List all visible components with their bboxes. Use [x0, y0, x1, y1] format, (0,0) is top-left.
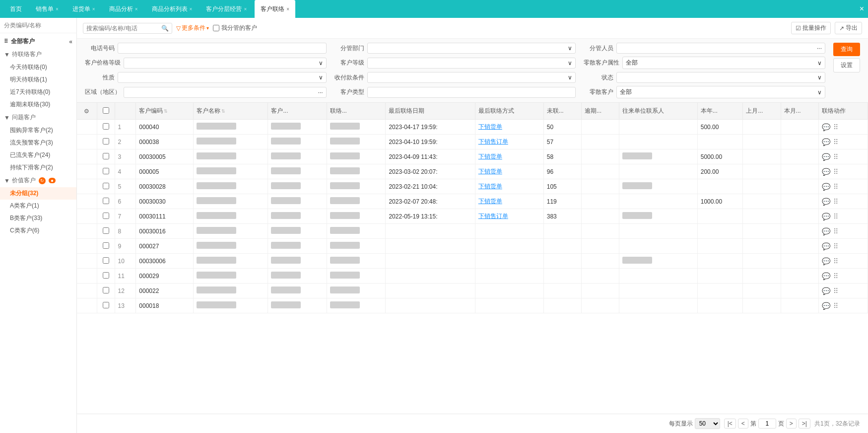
row-checkbox[interactable] — [97, 164, 115, 179]
filter-customer-grade-select[interactable]: ∨ — [367, 58, 576, 69]
row-last-method[interactable]: 下销货单 — [475, 164, 543, 179]
tab-sales[interactable]: 销售单 × — [30, 0, 65, 18]
last-page-btn[interactable]: >| — [799, 419, 810, 429]
col-customer-name-header[interactable]: 客户名称 ⇅ — [193, 103, 268, 120]
tab-customer-contact[interactable]: 客户联络 × — [255, 0, 295, 18]
filter-customer-type-input[interactable] — [367, 87, 576, 98]
message-icon[interactable]: 💬 — [822, 227, 830, 235]
next-page-btn[interactable]: > — [786, 419, 797, 429]
row-checkbox[interactable] — [97, 120, 115, 135]
filter-price-grade-select[interactable]: ∨ — [124, 58, 327, 69]
sidebar-all-customers[interactable]: ⠿ 全部客户 « — [0, 33, 76, 48]
row-checkbox[interactable] — [97, 284, 115, 298]
col-customer-code-header[interactable]: 客户编码 ⇅ — [136, 103, 193, 120]
row-checkbox[interactable] — [97, 179, 115, 194]
tab-product-list[interactable]: 商品分析列表 × — [146, 0, 199, 18]
row-check-input[interactable] — [103, 227, 109, 234]
col-no-contact-header[interactable]: 未联... — [543, 103, 581, 120]
filter-nature-select[interactable]: ∨ — [118, 72, 327, 83]
grid-icon[interactable]: ⠿ — [833, 183, 838, 191]
row-last-method[interactable]: 下销售订单 — [475, 209, 543, 224]
sidebar-item-week-pending[interactable]: 近7天待联络(0) — [0, 86, 76, 98]
close-purchase-tab[interactable]: × — [92, 6, 95, 12]
sidebar-group-problem[interactable]: ▼ 问题客户 — [0, 111, 76, 124]
row-checkbox[interactable] — [97, 269, 115, 284]
filter-phone-input[interactable] — [118, 43, 327, 54]
grid-icon[interactable]: ⠿ — [833, 272, 838, 280]
grid-icon[interactable]: ⠿ — [833, 213, 838, 220]
prev-page-btn[interactable]: < — [738, 419, 748, 429]
message-icon[interactable]: 💬 — [822, 123, 830, 131]
sidebar-group-value[interactable]: ▼ 价值客户 ↻ ● — [0, 174, 76, 187]
row-last-method[interactable] — [475, 269, 543, 284]
row-check-input[interactable] — [103, 183, 109, 189]
row-check-input[interactable] — [103, 138, 109, 144]
sidebar-item-today-pending[interactable]: 今天待联络(0) — [0, 61, 76, 73]
per-page-select[interactable]: 50 100 200 — [695, 418, 720, 429]
col-contact-header[interactable]: 联络... — [327, 103, 385, 120]
row-last-method[interactable] — [475, 224, 543, 239]
row-check-input[interactable] — [103, 198, 109, 204]
grid-icon[interactable]: ⠿ — [833, 257, 838, 265]
search-icon[interactable]: 🔍 — [161, 25, 169, 32]
row-checkbox[interactable] — [97, 254, 115, 269]
col-last-method-header[interactable]: 最后联络方式 — [475, 103, 543, 120]
sidebar-item-overdue[interactable]: 逾期未联络(30) — [0, 98, 76, 111]
message-icon[interactable]: 💬 — [822, 242, 830, 250]
close-product-analysis-tab[interactable]: × — [135, 6, 138, 12]
message-icon[interactable]: 💬 — [822, 302, 830, 310]
filter-scattered-select[interactable]: 全部 ∨ — [616, 86, 825, 98]
filter-dept-select[interactable]: ∨ — [367, 43, 576, 54]
message-icon[interactable]: 💬 — [822, 198, 830, 206]
row-check-input[interactable] — [103, 257, 109, 264]
message-icon[interactable]: 💬 — [822, 257, 830, 265]
row-checkbox[interactable] — [97, 298, 115, 313]
search-input[interactable] — [86, 25, 159, 32]
sidebar-search-input[interactable] — [4, 22, 77, 29]
sidebar-item-ungrouped[interactable]: 未分组(32) — [0, 187, 76, 200]
row-check-input[interactable] — [103, 153, 109, 159]
col-this-year-header[interactable]: 本年... — [697, 103, 743, 120]
first-page-btn[interactable]: |< — [724, 419, 736, 429]
col-settings[interactable]: ⚙ — [77, 103, 97, 120]
message-icon[interactable]: 💬 — [822, 213, 830, 220]
refresh-badge[interactable]: ↻ — [39, 177, 46, 184]
sidebar-item-class-b[interactable]: B类客户(33) — [0, 212, 76, 224]
reset-button[interactable]: 设置 — [833, 58, 860, 72]
message-icon[interactable]: 💬 — [822, 153, 830, 161]
message-icon[interactable]: 💬 — [822, 272, 830, 280]
export-btn[interactable]: ↗ 导出 — [835, 22, 862, 34]
sidebar-collapse-icon[interactable]: « — [69, 38, 72, 45]
batch-ops-btn[interactable]: ☑ 批量操作 — [791, 22, 831, 34]
tab-home[interactable]: 首页 — [4, 0, 28, 18]
sidebar-item-tomorrow-pending[interactable]: 明天待联络(1) — [0, 73, 76, 86]
grid-icon[interactable]: ⠿ — [833, 287, 838, 295]
row-last-method[interactable] — [475, 254, 543, 269]
col-last-month-header[interactable]: 上月... — [743, 103, 781, 120]
tab-customer-tier[interactable]: 客户分层经营 × — [200, 0, 253, 18]
my-customers-checkbox[interactable]: 我分管的客户 — [213, 24, 257, 32]
tab-purchase[interactable]: 进货单 × — [67, 0, 101, 18]
row-last-method[interactable]: 下销货单 — [475, 179, 543, 194]
sidebar-item-class-c[interactable]: C类客户(6) — [0, 224, 76, 237]
row-last-method[interactable] — [475, 298, 543, 313]
grid-icon[interactable]: ⠿ — [833, 302, 838, 310]
grid-icon[interactable]: ⠿ — [833, 138, 838, 146]
row-last-method[interactable] — [475, 284, 543, 298]
close-sales-tab[interactable]: × — [56, 6, 59, 12]
grid-icon[interactable]: ⠿ — [833, 198, 838, 206]
sidebar-item-abnormal[interactable]: 囤购异常客户(2) — [0, 124, 76, 137]
close-product-list-tab[interactable]: × — [190, 6, 193, 12]
row-checkbox[interactable] — [97, 135, 115, 149]
row-check-input[interactable] — [103, 242, 109, 249]
grid-icon[interactable]: ⠿ — [833, 242, 838, 250]
col-contact-person-header[interactable]: 往来单位联系人 — [619, 103, 697, 120]
col-checkbox-header[interactable] — [97, 103, 115, 120]
grid-icon[interactable]: ⠿ — [833, 227, 838, 235]
row-checkbox[interactable] — [97, 209, 115, 224]
col-this-month-header[interactable]: 本月... — [781, 103, 818, 120]
row-check-input[interactable] — [103, 168, 109, 174]
filter-scattered-attr-select[interactable]: 全部 ∨ — [622, 57, 825, 69]
row-last-method[interactable]: 下销货单 — [475, 120, 543, 135]
sidebar-item-churn-warning[interactable]: 流失预警客户(3) — [0, 137, 76, 149]
